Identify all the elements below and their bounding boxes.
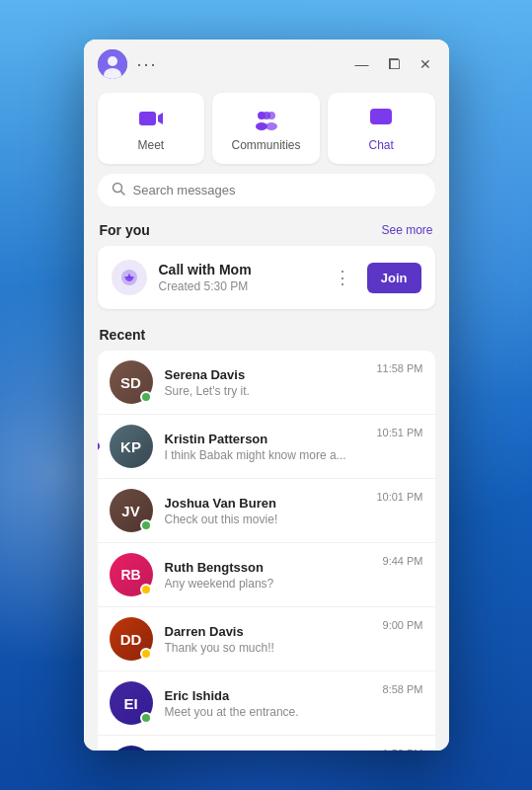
avatar-wrap: SD: [110, 360, 153, 404]
call-subtitle: Created 5:30 PM: [159, 279, 318, 293]
call-icon: [112, 260, 147, 295]
avatar-wrap: DD: [110, 617, 153, 661]
for-you-header: For you See more: [84, 218, 449, 246]
chat-content: Ruth BengtssonAny weekend plans?: [165, 560, 371, 591]
unread-indicator: [98, 442, 100, 450]
more-options-icon[interactable]: ···: [137, 54, 158, 75]
search-icon: [112, 182, 125, 198]
window-controls: — ⧠ ✕: [352, 54, 435, 74]
avatar-wrap: JV: [110, 489, 153, 532]
svg-point-8: [266, 122, 277, 130]
status-badge: [140, 519, 152, 531]
chat-name: Joshua Van Buren: [165, 496, 365, 511]
title-bar: ··· — ⧠ ✕: [84, 40, 449, 87]
status-badge: [140, 712, 152, 724]
chat-icon: [367, 105, 395, 132]
status-badge: [140, 584, 152, 595]
call-more-options[interactable]: ⋮: [330, 263, 355, 292]
tab-communities-label: Communities: [231, 138, 300, 152]
avatar-wrap: MD: [110, 746, 153, 750]
chat-content: Joshua Van BurenCheck out this movie!: [165, 496, 365, 526]
join-button[interactable]: Join: [367, 263, 421, 293]
chat-item[interactable]: MDMona DavisOhhh I see, yes let me fix t…: [98, 736, 435, 750]
communities-icon: [253, 105, 280, 132]
call-card: Call with Mom Created 5:30 PM ⋮ Join: [98, 246, 435, 309]
minimize-button[interactable]: —: [352, 54, 372, 74]
chat-preview: Meet you at the entrance.: [165, 705, 371, 719]
recent-header: Recent: [84, 323, 449, 351]
meet-icon: [137, 105, 165, 132]
nav-tabs: Meet Communities: [84, 87, 449, 174]
chat-preview: Check out this movie!: [165, 513, 365, 526]
avatar: [98, 49, 127, 79]
tab-chat[interactable]: Chat: [328, 93, 435, 164]
scroll-content: For you See more Call with Mom Created 5…: [84, 218, 449, 750]
chat-time: 11:58 PM: [376, 362, 422, 374]
avatar-wrap: KP: [110, 425, 153, 468]
svg-point-1: [108, 56, 117, 66]
status-badge: [140, 391, 152, 403]
call-title: Call with Mom: [159, 262, 318, 277]
avatar: KP: [110, 425, 153, 468]
tab-meet-label: Meet: [137, 138, 164, 152]
chat-preview: I think Babak might know more a...: [165, 448, 365, 462]
recent-title: Recent: [100, 327, 146, 343]
chat-preview: Thank you so much!!: [165, 641, 371, 655]
maximize-button[interactable]: ⧠: [384, 54, 404, 74]
chat-item[interactable]: JVJoshua Van BurenCheck out this movie!1…: [98, 479, 435, 543]
chat-content: Eric IshidaMeet you at the entrance.: [165, 688, 371, 719]
chat-time: 8:58 PM: [383, 683, 423, 695]
status-badge: [140, 648, 152, 660]
chat-name: Darren Davis: [165, 624, 371, 639]
call-info: Call with Mom Created 5:30 PM: [159, 262, 318, 293]
for-you-title: For you: [100, 222, 150, 238]
chat-content: Kristin PattersonI think Babak might kno…: [165, 432, 365, 462]
svg-rect-9: [370, 109, 392, 124]
avatar-wrap: RB: [110, 553, 153, 596]
avatar-wrap: EI: [110, 681, 153, 725]
tab-chat-label: Chat: [369, 138, 394, 152]
chat-name: Kristin Patterson: [165, 432, 365, 446]
chat-item[interactable]: EIEric IshidaMeet you at the entrance.8:…: [98, 672, 435, 736]
chat-item[interactable]: SDSerena DavisSure, Let's try it.11:58 P…: [98, 351, 435, 415]
svg-line-12: [120, 192, 124, 196]
chat-time: 1:58 PM: [383, 748, 423, 750]
see-more-link[interactable]: See more: [381, 223, 432, 237]
chat-time: 9:00 PM: [383, 619, 423, 631]
chat-time: 10:01 PM: [376, 491, 422, 503]
chat-preview: Any weekend plans?: [165, 577, 371, 591]
app-window: ··· — ⧠ ✕ Meet: [84, 40, 449, 750]
tab-meet[interactable]: Meet: [98, 93, 205, 164]
chat-item[interactable]: KPKristin PattersonI think Babak might k…: [98, 415, 435, 479]
chat-list: SDSerena DavisSure, Let's try it.11:58 P…: [98, 351, 435, 750]
chat-time: 10:51 PM: [376, 427, 422, 438]
chat-name: Eric Ishida: [165, 688, 371, 703]
tab-communities[interactable]: Communities: [212, 93, 320, 164]
chat-content: Serena DavisSure, Let's try it.: [165, 367, 365, 398]
chat-content: Darren DavisThank you so much!!: [165, 624, 371, 655]
search-input[interactable]: [133, 183, 421, 198]
chat-time: 9:44 PM: [383, 555, 423, 567]
chat-preview: Sure, Let's try it.: [165, 384, 365, 398]
chat-item[interactable]: RBRuth BengtssonAny weekend plans?9:44 P…: [98, 543, 435, 607]
chat-name: Serena Davis: [165, 367, 365, 382]
avatar: MD: [110, 746, 153, 750]
search-bar[interactable]: [98, 174, 435, 206]
svg-point-6: [263, 112, 270, 119]
close-button[interactable]: ✕: [416, 54, 435, 74]
chat-item[interactable]: DDDarren DavisThank you so much!!9:00 PM: [98, 607, 435, 672]
svg-rect-3: [139, 112, 156, 125]
chat-name: Ruth Bengtsson: [165, 560, 371, 575]
